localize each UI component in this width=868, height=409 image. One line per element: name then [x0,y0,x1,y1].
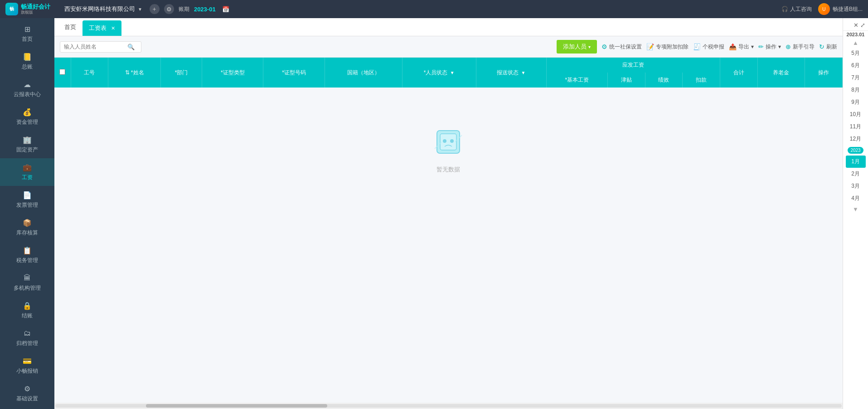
year-current-label: 2023.01 [847,31,865,38]
settings-button[interactable]: ⚙ [164,4,174,14]
select-all-checkbox[interactable] [59,69,65,75]
th-performance: 绩效 [645,73,683,88]
guide-label: 新手引导 [793,43,815,51]
close-period-icon: 🔒 [23,301,32,310]
search-input[interactable] [64,44,127,50]
month-2022-12[interactable]: 12月 [846,133,866,145]
header-right: 🎧 人工咨询 U 畅捷通B组... [781,3,863,15]
sidebar-item-capital[interactable]: 💰 资金管理 [0,103,54,131]
th-name[interactable]: ⇅ *姓名 [108,58,161,88]
sidebar-item-asset[interactable]: 🏢 固定资产 [0,131,54,158]
add-person-button[interactable]: 添加人员 ▾ [557,40,597,54]
special-deduct-icon: 📝 [646,43,654,50]
month-2022-11[interactable]: 11月 [846,121,866,133]
user-area[interactable]: U 畅捷通B组... [818,3,863,15]
th-total: 合计 [720,58,757,88]
bottom-scrollbar[interactable] [54,403,843,409]
th-id-type: *证型类型 [202,58,263,88]
month-2022-07[interactable]: 7月 [846,72,866,84]
th-social: 养老金 [757,58,805,88]
refresh-action[interactable]: ↻ 刷新 [819,43,837,51]
panel-close-icon[interactable]: ✕ [853,22,858,29]
month-2022-08[interactable]: 8月 [846,84,866,96]
sidebar-item-guide[interactable]: 🔰 新手引导 [0,407,54,409]
month-2022-09[interactable]: 9月 [846,96,866,108]
operation-action[interactable]: ✏ 操作 ▾ [758,43,781,51]
period-label: 账期 [179,5,189,13]
sidebar-item-invoice[interactable]: 📄 发票管理 [0,186,54,214]
company-selector[interactable]: 西安虾米网络科技有限公司 ▼ [64,5,142,13]
export-label: 导出 [738,43,749,51]
sidebar-item-multi[interactable]: 🏛 多机构管理 [0,269,54,297]
th-basic: *基本工资 [546,73,607,88]
svg-rect-1 [440,134,456,150]
home-icon: ⊞ [23,24,32,34]
sidebar-item-close[interactable]: 🔒 结账 [0,297,54,324]
tab-salary-table[interactable]: 工资表 ✕ [82,20,121,36]
company-name: 西安虾米网络科技有限公司 [64,5,135,13]
tab-home[interactable]: 首页 [58,19,82,36]
report-icon: ☁ [23,80,32,89]
month-2023-03[interactable]: 3月 [846,180,866,192]
sidebar-item-tax[interactable]: 📋 税务管理 [0,241,54,269]
month-2023-01[interactable]: 1月 [846,156,866,168]
toolbar-right: 添加人员 ▾ ⚙ 统一社保设置 📝 专项附加扣除 🧾 个税申报 📤 导 [557,40,837,54]
sidebar-item-archive[interactable]: 🗂 归档管理 [0,324,54,352]
tab-close-icon[interactable]: ✕ [111,25,115,31]
main-layout: ⊞ 首页 📒 总账 ☁ 云报表中心 💰 资金管理 🏢 固定资产 💼 工资 📄 发… [0,18,868,409]
submit-filter-icon[interactable]: ▼ [521,70,525,75]
special-deduct-label: 专项附加扣除 [656,43,689,51]
th-status[interactable]: *人员状态 ▼ [402,58,476,88]
logo-icon: 畅 [5,3,18,15]
status-filter-icon[interactable]: ▼ [450,70,455,75]
special-deduct-action[interactable]: 📝 专项附加扣除 [646,43,689,51]
operation-arrow-icon: ▾ [778,44,781,50]
social-security-action[interactable]: ⚙ 统一社保设置 [601,43,642,51]
tab-bar: 首页 工资表 ✕ [54,18,843,36]
th-checkbox[interactable] [54,58,71,88]
sidebar-item-report[interactable]: ☁ 云报表中心 [0,75,54,103]
search-icon: 🔍 [127,44,135,50]
scrollbar-track[interactable] [55,404,842,408]
panel-expand-icon[interactable]: ⤢ [860,22,865,29]
empty-text: 暂无数据 [436,166,460,174]
sidebar-item-salary[interactable]: 💼 工资 [0,158,54,186]
sidebar-item-home[interactable]: ⊞ 首页 [0,20,54,48]
th-action: 操作 [805,58,843,88]
empty-state: 暂无数据 [54,88,843,210]
year-2023-badge[interactable]: 2023 [848,147,863,154]
inventory-icon: 📦 [23,218,32,227]
month-2023-02[interactable]: 2月 [846,168,866,180]
empty-row: 暂无数据 [54,88,843,210]
month-2022-10[interactable]: 10月 [846,108,866,121]
scrollbar-thumb[interactable] [146,404,327,408]
th-submit-status[interactable]: 报送状态 ▼ [476,58,546,88]
multi-icon: 🏛 [23,273,32,282]
capital-icon: 💰 [23,107,32,117]
month-2023-04[interactable]: 4月 [846,192,866,204]
table-body: 暂无数据 [54,88,843,210]
right-panel: ✕ ⤢ 2023.01 ▲ 5月 6月 7月 8月 9月 10月 11月 12月… [843,18,868,409]
calendar-icon[interactable]: 📅 [222,6,229,13]
guide-action[interactable]: ⊕ 新手引导 [786,43,815,51]
month-2022-05[interactable]: 5月 [846,47,866,59]
operation-icon: ✏ [758,43,764,50]
sidebar-item-ledger[interactable]: 📒 总账 [0,48,54,75]
right-panel-header: ✕ ⤢ [843,20,868,31]
scroll-down-arrow[interactable]: ▼ [851,204,860,214]
company-dropdown-icon[interactable]: ▼ [138,7,142,12]
user-name: 畅捷通B组... [833,5,863,13]
export-action[interactable]: 📤 导出 ▾ [729,43,754,51]
month-2022-06[interactable]: 6月 [846,59,866,72]
service-button[interactable]: 🎧 人工咨询 [781,5,812,13]
salary-icon: 💼 [23,163,32,172]
personal-tax-action[interactable]: 🧾 个税申报 [693,43,724,51]
sidebar-item-expense[interactable]: 💳 小畅报销 [0,352,54,380]
sidebar-item-settings[interactable]: ⚙ 基础设置 [0,380,54,407]
search-input-wrap[interactable]: 🔍 [60,41,141,53]
scroll-up-arrow[interactable]: ▲ [851,38,860,47]
th-country: 国籍（地区） [325,58,402,88]
add-button[interactable]: ＋ [150,4,160,14]
th-salary-group: 应发工资 [546,58,720,73]
sidebar-item-inventory[interactable]: 📦 库存核算 [0,214,54,241]
